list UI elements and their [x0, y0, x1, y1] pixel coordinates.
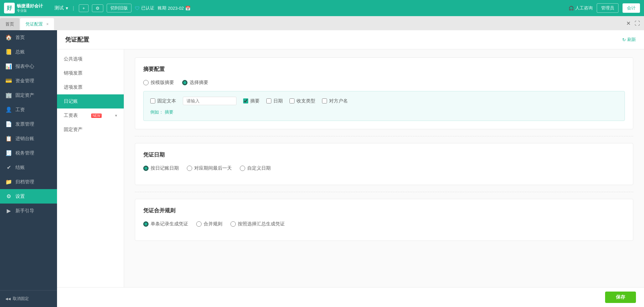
- radio-journal-date[interactable]: 按日记账日期: [143, 165, 179, 171]
- save-button[interactable]: 保存: [605, 292, 636, 303]
- left-nav-item-payroll[interactable]: 工资表 NEW ▾: [57, 108, 124, 123]
- logo-icon: 好: [4, 3, 15, 13]
- left-nav-output-label: 销项发票: [64, 70, 83, 76]
- expand-button[interactable]: ⛶: [634, 19, 641, 27]
- certified-label: 已认证: [141, 5, 154, 11]
- radio-merge-input[interactable]: [196, 221, 202, 227]
- consult-button[interactable]: 🎧 人工咨询: [569, 5, 593, 11]
- page-title: 凭证配置: [65, 36, 89, 49]
- radio-select-input[interactable]: [182, 80, 187, 85]
- content-area: 凭证配置 ↻ 刷新 公共选项 销项发票 进项发票 日记账: [57, 30, 644, 307]
- fund-icon: 💳: [5, 78, 12, 84]
- left-nav-item-fixed-asset[interactable]: 固定资产: [57, 123, 124, 137]
- sidebar-item-report[interactable]: 📊 报表中心: [0, 59, 57, 74]
- sidebar-asset-label: 固定资产: [15, 92, 34, 98]
- add-button[interactable]: +: [79, 4, 89, 12]
- radio-template-summary[interactable]: 按模版摘要: [143, 80, 174, 86]
- sidebar-item-archive[interactable]: 📁 归档管理: [0, 175, 57, 189]
- tab-close-icon[interactable]: ×: [46, 22, 49, 27]
- tab-home[interactable]: 首页: [0, 18, 19, 30]
- checkbox-summary-input[interactable]: [243, 98, 248, 103]
- checkbox-summary[interactable]: 摘要: [243, 98, 260, 104]
- sidebar-fund-label: 资金管理: [15, 78, 34, 84]
- manager-button[interactable]: 管理员: [597, 3, 619, 13]
- sidebar-item-close[interactable]: ✔ 结账: [0, 160, 57, 175]
- radio-last-day[interactable]: 对应期间最后一天: [187, 165, 232, 171]
- radio-custom-date-input[interactable]: [240, 166, 245, 171]
- accountant-button[interactable]: 会计: [623, 3, 640, 13]
- radio-custom-date-label: 自定义日期: [247, 165, 271, 171]
- cancel-fixed-button[interactable]: ◀◀ 取消固定: [3, 294, 54, 304]
- salary-icon: 👤: [5, 106, 12, 113]
- merge-radio-group: 单条记录生成凭证 合并规则 按照选择汇总生成凭证: [143, 221, 625, 227]
- fixed-text-input[interactable]: [183, 97, 236, 105]
- sidebar-item-home[interactable]: 🏠 首页: [0, 30, 57, 45]
- divider-1: [135, 136, 633, 136]
- payroll-arrow-icon: ▾: [115, 113, 117, 118]
- merge-title: 凭证合并规则: [143, 207, 625, 214]
- shield-icon: 🛡: [135, 5, 140, 11]
- summary-label: 摘要: [250, 98, 260, 104]
- left-nav-item-public[interactable]: 公共选项: [57, 52, 124, 66]
- left-nav-item-input-invoice[interactable]: 进项发票: [57, 80, 124, 94]
- checkbox-counterparty[interactable]: 对方户名: [322, 98, 348, 104]
- radio-single[interactable]: 单条记录生成凭证: [143, 221, 188, 227]
- logo-area: 好 畅捷通好会计 专业版: [4, 3, 51, 13]
- checkbox-counterparty-input[interactable]: [322, 98, 327, 103]
- date-radio-group: 按日记账日期 对应期间最后一天 自定义日期: [143, 165, 625, 171]
- sidebar-item-invoice[interactable]: 📄 发票管理: [0, 117, 57, 131]
- left-nav-input-label: 进项发票: [64, 84, 83, 90]
- close-window-button[interactable]: ✕: [626, 19, 631, 27]
- radio-journal-date-label: 按日记账日期: [151, 165, 179, 171]
- left-nav-item-journal[interactable]: 日记账: [57, 94, 124, 108]
- radio-select-summary[interactable]: 选择摘要: [182, 80, 208, 86]
- sidebar-item-tax[interactable]: 🧾 税务管理: [0, 146, 57, 160]
- tab-voucher-config[interactable]: 凭证配置 ×: [20, 18, 54, 30]
- sidebar-item-sales[interactable]: 📋 进销台账: [0, 131, 57, 146]
- headset-icon: 🎧: [569, 6, 574, 11]
- checkbox-fixed-text-input[interactable]: [150, 98, 155, 103]
- checkbox-fixed-text[interactable]: 固定文本: [150, 98, 176, 104]
- checkbox-income-type[interactable]: 收支类型: [289, 98, 315, 104]
- sidebar-item-ledger[interactable]: 📒 总账: [0, 45, 57, 59]
- radio-journal-date-input[interactable]: [143, 166, 149, 171]
- divider-2: [135, 192, 633, 192]
- radio-template-input[interactable]: [143, 80, 149, 85]
- summary-radio-group: 按模版摘要 选择摘要: [143, 80, 625, 86]
- period-value: 2023-02: [168, 6, 184, 11]
- archive-icon: 📁: [5, 179, 12, 185]
- checkbox-income-type-input[interactable]: [289, 98, 294, 103]
- example-prefix: 例如：: [150, 109, 163, 115]
- tax-icon: 🧾: [5, 150, 12, 156]
- settings-button[interactable]: ⚙: [92, 4, 103, 12]
- checkbox-date-input[interactable]: [266, 98, 271, 103]
- project-selector[interactable]: 测试 ▾: [54, 5, 68, 11]
- period-display: 账期 2023-02 📅: [158, 5, 191, 11]
- sidebar-item-fund[interactable]: 💳 资金管理: [0, 74, 57, 88]
- checkbox-date[interactable]: 日期: [266, 98, 283, 104]
- radio-single-input[interactable]: [143, 221, 149, 227]
- right-content: 摘要配置 按模版摘要 选择摘要: [124, 49, 644, 287]
- sidebar-sales-label: 进销台账: [15, 136, 34, 142]
- sidebar-item-guide[interactable]: ▶ 新手引导: [0, 204, 57, 218]
- switch-old-button[interactable]: 切到旧版: [107, 4, 131, 12]
- refresh-button[interactable]: ↻ 刷新: [622, 37, 636, 48]
- tab-bar: 首页 凭证配置 × ✕ ⛶: [0, 16, 644, 30]
- summary-options: 固定文本 摘要 日期: [150, 97, 618, 105]
- radio-template-label: 按模版摘要: [151, 80, 174, 86]
- left-nav-public-label: 公共选项: [64, 56, 83, 62]
- sidebar-item-settings[interactable]: ⚙ 设置: [0, 189, 57, 204]
- sidebar-tax-label: 税务管理: [15, 150, 34, 156]
- radio-summary-generate[interactable]: 按照选择汇总生成凭证: [230, 221, 285, 227]
- radio-last-day-input[interactable]: [187, 166, 192, 171]
- left-nav: 公共选项 销项发票 进项发票 日记账 工资表 NEW ▾ 固定资产: [57, 49, 124, 287]
- left-nav-item-output-invoice[interactable]: 销项发票: [57, 66, 124, 80]
- radio-merge[interactable]: 合并规则: [196, 221, 222, 227]
- tab-actions: ✕ ⛶: [626, 19, 641, 27]
- radio-last-day-label: 对应期间最后一天: [194, 165, 232, 171]
- tab-home-label: 首页: [5, 21, 14, 27]
- sidebar-item-asset[interactable]: 🏢 固定资产: [0, 88, 57, 102]
- sidebar-item-salary[interactable]: 👤 工资: [0, 102, 57, 117]
- radio-custom-date[interactable]: 自定义日期: [240, 165, 271, 171]
- radio-summary-generate-input[interactable]: [230, 221, 236, 227]
